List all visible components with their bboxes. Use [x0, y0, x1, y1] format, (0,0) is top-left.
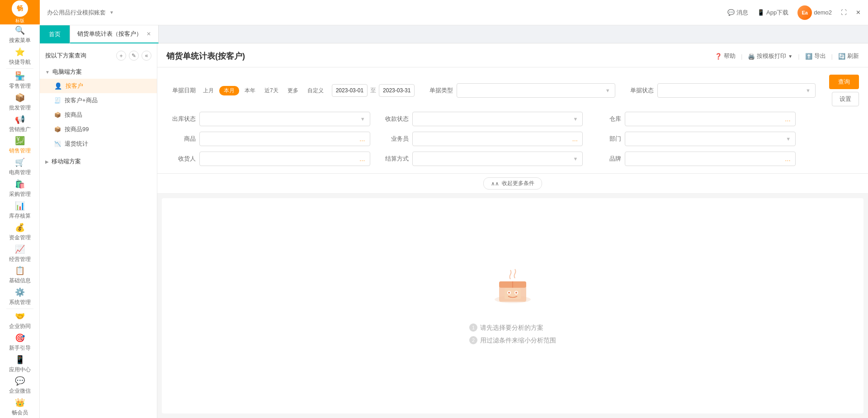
sidebar-item-finance[interactable]: 💰 资金管理	[0, 221, 40, 243]
tab-home[interactable]: 首页	[40, 25, 70, 43]
export-label: 导出	[814, 52, 826, 60]
tab-sales-stats[interactable]: 销货单统计表（按客户） ✕	[70, 25, 159, 43]
avatar: Ea	[797, 5, 812, 20]
settings-button[interactable]: 设置	[832, 92, 859, 106]
sidebar-item-label: 采购管理	[9, 190, 31, 198]
help-btn[interactable]: ❓ 帮助	[715, 52, 736, 60]
step-2-num: 2	[469, 336, 477, 344]
tab-close-btn[interactable]: ✕	[146, 31, 151, 37]
sidebar-item-appstore[interactable]: 📱 应用中心	[0, 353, 40, 375]
filter-row-4: 收货人 … 结算方式 ▼ 品牌	[166, 152, 859, 166]
return-icon: 📉	[54, 141, 61, 147]
marketing-icon: 📢	[15, 114, 25, 124]
payment-status-input[interactable]: ▼	[412, 112, 583, 126]
add-scheme-btn[interactable]: ＋	[116, 51, 126, 61]
sidebar-item-basic[interactable]: 📋 基础信息	[0, 264, 40, 286]
sidebar-item-inventory[interactable]: 📊 库存核算	[0, 200, 40, 221]
collapse-sidebar-btn[interactable]: «	[142, 51, 151, 61]
salesperson-more-icon: …	[572, 136, 578, 142]
delivery-status-input[interactable]: ▼	[199, 112, 370, 126]
empty-hint-1: 请先选择要分析的方案	[480, 321, 543, 334]
sidebar-item-wechat[interactable]: 💬 企业微信	[0, 375, 40, 396]
empty-state: 1 请先选择要分析的方案 2 用过滤条件来缩小分析范围	[162, 198, 863, 413]
filter-item-return-stats[interactable]: 📉 退货统计	[40, 137, 157, 151]
export-btn[interactable]: ⬆️ 导出	[805, 52, 826, 60]
svg-point-8	[515, 292, 517, 294]
delivery-status-label: 出库状态	[166, 115, 196, 123]
desktop-section-header[interactable]: ▼ 电脑端方案	[40, 65, 157, 79]
filter-item-by-customer-goods[interactable]: 🧾 按客户+商品	[40, 93, 157, 108]
settlement-input[interactable]: ▼	[412, 152, 583, 166]
sidebar-item-enterprise[interactable]: 🤝 企业协同	[0, 310, 40, 332]
this-year-tab[interactable]: 本年	[241, 86, 259, 95]
order-type-dropdown-icon: ▼	[605, 88, 610, 93]
custom-tab[interactable]: 自定义	[304, 86, 327, 95]
svg-point-7	[508, 292, 510, 294]
sidebar-item-wholesale[interactable]: 📦 批发管理	[0, 91, 40, 113]
appstore-icon: 📱	[15, 355, 25, 365]
last-month-tab[interactable]: 上月	[199, 86, 217, 95]
last7-tab[interactable]: 近7天	[261, 86, 282, 95]
sidebar-divider	[6, 68, 33, 69]
order-type-input[interactable]: ▼	[457, 83, 615, 98]
mobile-section-header[interactable]: ▶ 移动端方案	[40, 155, 157, 168]
goods-icon: 📦	[54, 112, 61, 118]
fullscreen-btn[interactable]: ⛶	[841, 9, 847, 16]
filter-item-by-goods-99[interactable]: 📦 按商品99	[40, 122, 157, 137]
query-btn-group: 查询 设置	[829, 75, 859, 106]
user-menu[interactable]: Ea demo2	[797, 5, 832, 20]
sidebar-logo[interactable]: 畅 标版	[0, 0, 40, 24]
filter-sidebar-actions: ＋ ✎ «	[116, 51, 151, 61]
app-download-btn[interactable]: 📱 App下载	[757, 9, 788, 17]
sidebar-item-newbie[interactable]: 🎯 新手引导	[0, 332, 40, 353]
salesperson-input[interactable]: …	[412, 132, 583, 146]
sidebar-item-ecommerce[interactable]: 🛒 电商管理	[0, 156, 40, 178]
finance-icon: 💰	[15, 223, 25, 233]
sidebar-item-search[interactable]: 🔍 搜索菜单	[0, 24, 40, 46]
sidebar-item-retail[interactable]: 🏪 零售管理	[0, 70, 40, 91]
receiver-input[interactable]: …	[199, 152, 370, 166]
order-type-label: 单据类型	[424, 86, 453, 95]
sidebar-item-system[interactable]: ⚙️ 系统管理	[0, 286, 40, 308]
filter-item-by-goods[interactable]: 📦 按商品	[40, 108, 157, 122]
refresh-btn[interactable]: 🔄 刷新	[838, 52, 859, 60]
order-status-input[interactable]: ▼	[657, 83, 816, 98]
date-from-input[interactable]: 2023-03-01	[332, 84, 368, 97]
more-tab[interactable]: 更多	[284, 86, 302, 95]
message-btn[interactable]: 💬 消息	[727, 9, 748, 17]
filter-item-label: 退货统计	[65, 140, 88, 148]
goods-input[interactable]: …	[199, 132, 370, 146]
brand-input[interactable]: …	[625, 152, 796, 166]
filter-form: 单据日期 上月 本月 本年 近7天 更多 自定义	[157, 67, 868, 174]
query-button[interactable]: 查询	[829, 75, 859, 89]
warehouse-input[interactable]: …	[625, 112, 796, 126]
sidebar-item-member[interactable]: 👑 畅会员	[0, 396, 40, 418]
sidebar-item-operations[interactable]: 📈 经营管理	[0, 243, 40, 265]
goods99-icon: 📦	[54, 126, 61, 133]
member-icon: 👑	[15, 398, 25, 408]
sidebar-item-purchase[interactable]: 🛍️ 采购管理	[0, 178, 40, 200]
collapse-more-btn[interactable]: ∧∧ 收起更多条件	[483, 177, 542, 190]
this-month-tab[interactable]: 本月	[219, 86, 239, 95]
app-title-dropdown[interactable]: ▼	[109, 10, 114, 15]
filter-item-label: 按商品99	[65, 125, 89, 133]
template-print-btn[interactable]: 🖨️ 按模板打印 ▼	[748, 52, 793, 60]
sidebar-item-marketing[interactable]: 📢 营销推广	[0, 113, 40, 135]
date-to-value: 2023-03-31	[383, 87, 410, 94]
print-dropdown-arrow: ▼	[788, 54, 793, 59]
filter-item-label: 按客户+商品	[65, 96, 98, 104]
payment-status-label: 收款状态	[379, 115, 409, 123]
refresh-icon: 🔄	[838, 53, 845, 60]
sidebar-item-sales[interactable]: 💹 销售管理	[0, 135, 40, 157]
sidebar-item-quicknav[interactable]: ⭐ 快捷导航	[0, 46, 40, 67]
edit-scheme-btn[interactable]: ✎	[129, 51, 139, 61]
date-range: 2023-03-01 至 2023-03-31	[332, 84, 415, 97]
filter-item-by-customer[interactable]: 👤 按客户	[40, 79, 157, 93]
retail-icon: 🏪	[15, 71, 25, 81]
date-to-input[interactable]: 2023-03-31	[379, 84, 415, 97]
department-dropdown-icon: ▼	[786, 136, 791, 142]
collapse-label: 收起更多条件	[502, 180, 534, 187]
department-input[interactable]: ▼	[625, 132, 796, 146]
main-sidebar: 畅 标版 🔍 搜索菜单 ⭐ 快捷导航 🏪 零售管理 📦 批发管理 📢 营销推广 …	[0, 0, 40, 418]
close-window-btn[interactable]: ✕	[856, 9, 861, 16]
